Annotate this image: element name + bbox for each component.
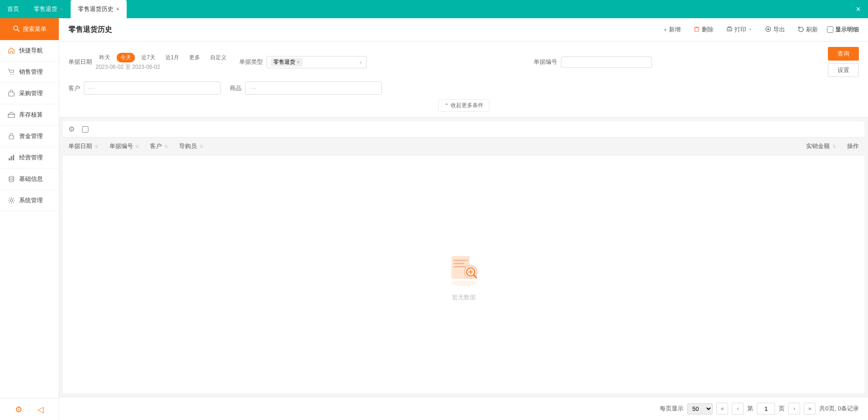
svg-line-1 — [17, 30, 19, 31]
svg-point-3 — [13, 74, 14, 75]
col-amount[interactable]: 实销金额 ⇅ — [801, 138, 842, 155]
page-word-pre: 第 — [747, 405, 753, 413]
sidebar-item-quick-nav[interactable]: 快捷导航 — [0, 40, 59, 61]
product-ellipsis: ··· — [249, 83, 256, 93]
date-1month[interactable]: 近1月 — [162, 53, 183, 62]
col-guide[interactable]: 导购员 ⇅ — [174, 138, 209, 155]
print-icon — [726, 26, 733, 34]
export-icon — [765, 26, 771, 34]
table-toolbar: ⚙ — [63, 121, 864, 138]
cart-icon — [7, 68, 15, 76]
empty-text: 暂无数据 — [452, 293, 476, 302]
product-filter: 商品 ··· — [230, 82, 859, 95]
doc-type-label: 单据类型 — [239, 58, 263, 66]
collapse-icon: ⌃ — [444, 102, 449, 109]
col-action: 操作 — [842, 138, 864, 155]
svg-point-16 — [451, 281, 477, 286]
page-word: 页 — [779, 405, 785, 413]
date-more[interactable]: 更多 — [185, 53, 204, 62]
date-custom[interactable]: 自定义 — [206, 53, 230, 62]
tab-retail-return-history[interactable]: 零售退货历史 × — [71, 0, 127, 18]
add-button-label: 新增 — [669, 26, 681, 34]
filter-row-1: 单据日期 昨天 今天 近7天 近1月 更多 自定义 2023-06-02 至 2… — [68, 47, 859, 77]
date-7days[interactable]: 近7天 — [138, 53, 159, 62]
gear-icon[interactable]: ⚙ — [15, 405, 22, 415]
customer-label: 客户 — [68, 84, 80, 92]
product-input[interactable]: ··· — [245, 82, 382, 95]
next-page-button[interactable]: › — [788, 403, 800, 415]
sidebar-item-operations-mgmt-label: 经营管理 — [19, 154, 43, 162]
first-page-button[interactable]: « — [716, 403, 728, 415]
col-spacer — [209, 138, 801, 155]
doc-type-dropdown-icon: ∨ — [359, 59, 363, 65]
tab-retail-return-close[interactable]: × — [60, 6, 63, 12]
top-bar: 首页 零售退货 × 零售退货历史 × × — [0, 0, 868, 18]
total-info: 共0页, 0条记录 — [819, 405, 859, 413]
export-button[interactable]: 导出 — [761, 24, 789, 36]
search-menu-button[interactable]: 搜索菜单 — [0, 18, 59, 40]
query-button[interactable]: 查询 — [828, 47, 859, 61]
col-customer[interactable]: 客户 ⇅ — [144, 138, 174, 155]
svg-rect-4 — [9, 92, 14, 96]
table-settings-icon[interactable]: ⚙ — [68, 125, 75, 133]
sidebar-item-sales-mgmt[interactable]: 销售管理 — [0, 61, 59, 83]
print-button[interactable]: 打印 ▼ — [723, 24, 756, 36]
delete-icon — [693, 26, 700, 34]
customer-filter: 客户 ··· — [68, 82, 221, 95]
main-layout: 搜索菜单 快捷导航 销售管理 采购管理 — [0, 18, 868, 420]
export-button-label: 导出 — [773, 26, 785, 34]
empty-illustration — [443, 247, 484, 288]
date-yesterday[interactable]: 昨天 — [96, 53, 114, 62]
display-detail-checkbox[interactable] — [827, 26, 833, 33]
filter-row-2: 客户 ··· 商品 ··· — [68, 82, 859, 95]
prev-page-button[interactable]: ‹ — [732, 403, 744, 415]
customer-input[interactable]: ··· — [84, 82, 221, 95]
doc-no-label: 单据编号 — [534, 58, 557, 66]
add-button[interactable]: + 新增 — [660, 24, 684, 36]
collapse-label: 收起更多条件 — [451, 102, 483, 109]
sidebar-item-purchase-mgmt[interactable]: 采购管理 — [0, 83, 59, 104]
col-date[interactable]: 单据日期 ⇅ — [63, 138, 104, 155]
box-icon — [7, 89, 15, 97]
tab-retail-return-history-label: 零售退货历史 — [78, 5, 113, 13]
sidebar-item-system-mgmt[interactable]: 系统管理 — [0, 190, 59, 211]
speaker-icon[interactable]: ◁ — [37, 405, 44, 415]
tab-home[interactable]: 首页 — [0, 0, 26, 18]
doc-no-input[interactable] — [561, 56, 652, 68]
tab-home-label: 首页 — [7, 5, 19, 13]
tab-retail-return[interactable]: 零售退货 × — [26, 0, 71, 18]
sidebar-item-inventory[interactable]: 库存核算 — [0, 104, 59, 126]
last-page-button[interactable]: » — [804, 403, 816, 415]
refresh-button[interactable]: 刷新 — [794, 24, 822, 36]
sidebar-item-finance-mgmt[interactable]: 资金管理 — [0, 126, 59, 147]
collapse-conditions-button[interactable]: ⌃ 收起更多条件 — [438, 99, 489, 112]
window-close-button[interactable]: × — [848, 5, 868, 14]
sidebar-item-basic-info[interactable]: 基础信息 — [0, 169, 59, 190]
settings-button[interactable]: 设置 — [828, 63, 859, 77]
sidebar-item-inventory-label: 库存核算 — [19, 111, 43, 119]
date-filter-label: 单据日期 — [68, 58, 92, 66]
print-dropdown-icon: ▼ — [748, 27, 752, 32]
sidebar-item-operations-mgmt[interactable]: 经营管理 — [0, 147, 59, 169]
doc-type-input[interactable]: 零售退货 × ∨ — [267, 56, 367, 68]
doc-type-tag-remove[interactable]: × — [297, 59, 299, 65]
svg-rect-13 — [727, 28, 732, 31]
delete-button[interactable]: 删除 — [690, 24, 717, 36]
svg-point-11 — [10, 200, 13, 202]
sidebar: 搜索菜单 快捷导航 销售管理 采购管理 — [0, 18, 59, 420]
empty-state: 暂无数据 — [63, 155, 864, 393]
col-no[interactable]: 单据编号 ⇅ — [104, 138, 145, 155]
display-detail-toggle[interactable]: 显示明细 — [827, 26, 859, 34]
doc-type-filter: 单据类型 零售退货 × ∨ — [239, 56, 524, 68]
product-label: 商品 — [230, 84, 241, 92]
svg-point-10 — [9, 176, 14, 178]
page-size-select[interactable]: 50 10 20 100 — [687, 403, 713, 415]
select-all-checkbox[interactable] — [82, 126, 88, 133]
pagination: 每页显示 50 10 20 100 « ‹ 第 页 › » 共0页, 0条记录 — [59, 397, 868, 420]
search-menu-label: 搜索菜单 — [23, 25, 46, 33]
date-today[interactable]: 今天 — [117, 53, 135, 62]
svg-rect-20 — [453, 266, 466, 267]
page-number-input[interactable] — [757, 403, 775, 415]
tab-retail-return-history-close[interactable]: × — [116, 6, 119, 12]
svg-point-2 — [10, 74, 11, 75]
